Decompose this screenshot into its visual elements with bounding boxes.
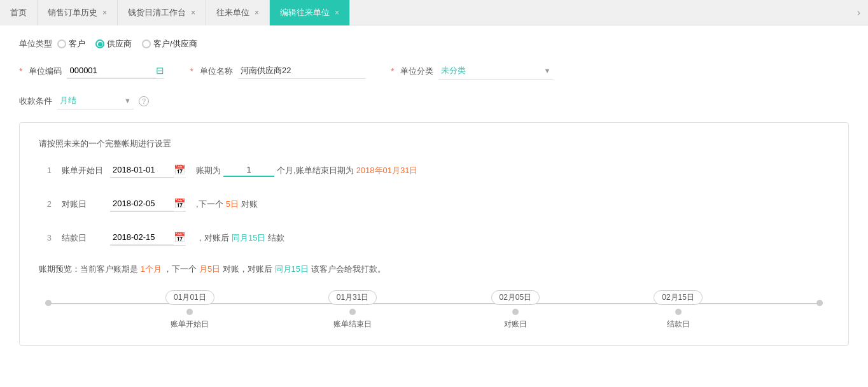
tab-home[interactable]: 首页 [0,0,38,25]
radio-customer[interactable]: 客户 [57,38,85,50]
unit-code-label: 单位编码 [29,66,62,77]
timeline-label-4: 02月15日 [654,290,703,305]
row-num-1: 1 [39,165,52,175]
main-content: 单位类型 客户 供应商 客户/供应商 * 单位编码 [0,25,868,387]
unit-class-value: 未分类 [441,65,466,76]
tab-expand-button[interactable]: › [850,7,868,18]
timeline-label-2: 01月31日 [328,290,377,305]
unit-name-label: 单位名称 [200,66,233,77]
preview-months-highlight: 1个月 [141,264,162,274]
unit-type-radio-group: 客户 供应商 客户/供应商 [57,38,197,50]
reconcile-day-highlight: 5日 [226,199,239,210]
timeline-point-1: 01月01日 账单开始日 [165,290,214,330]
unit-code-group: * 单位编码 ⊟ [19,63,164,79]
card-title: 请按照未来的一个完整帐期进行设置 [39,138,829,150]
config-row-1: 1 账单开始日 📅 账期为 个月,账单结束日期为 2018年01月31日 [39,162,829,178]
unit-class-group: * 单位分类 未分类 ▼ [391,62,553,80]
unit-code-input-wrapper: ⊟ [67,63,164,79]
timeline-point-3: 02月05日 对账日 [491,290,540,330]
row-1-desc: 账期为 个月,账单结束日期为 2018年01月31日 [196,164,417,177]
start-date-input-wrapper: 📅 [110,162,186,178]
timeline-dot-right-edge [816,300,823,306]
preview-text: 账期预览：当前客户账期是 1个月 ，下一个 月5日 对账，对账后 同月15日 该… [39,264,829,275]
close-tab-partner-unit[interactable]: × [255,8,259,17]
unit-name-group: * 单位名称 [190,64,365,79]
unit-class-chevron-icon: ▼ [543,67,550,74]
tab-cash-clearance[interactable]: 钱货日清工作台 × [118,0,206,25]
payment-chevron-icon: ▼ [124,97,131,104]
config-row-3: 3 结款日 📅 ，对账后 同月15日 结款 [39,230,829,246]
unit-type-group: 单位类型 客户 供应商 客户/供应商 [19,38,197,50]
payment-value: 月结 [60,95,76,106]
timeline-dot-left-edge [45,300,52,306]
radio-both[interactable]: 客户/供应商 [142,38,197,50]
payment-group: 收款条件 月结 ▼ ? [19,92,149,109]
tab-sales-order-history[interactable]: 销售订单历史 × [38,0,118,25]
close-tab-edit-partner-unit[interactable]: × [335,8,339,17]
radio-circle-customer [57,39,66,48]
unit-type-row: 单位类型 客户 供应商 客户/供应商 [19,38,849,50]
unit-type-label: 单位类型 [19,38,52,50]
preview-payment-highlight: 同月15日 [275,264,309,274]
preview-reconcile-highlight: 月5日 [199,264,220,274]
unit-code-copy-icon[interactable]: ⊟ [156,65,164,76]
config-row-2: 2 对账日 📅 ,下一个 5日 对账 [39,196,829,212]
row-num-2: 2 [39,199,52,209]
timeline-container: 01月01日 账单开始日 01月31日 账单结束日 02月05日 对账日 02月… [39,290,829,330]
payment-select[interactable]: 月结 ▼ [57,92,134,109]
period-config-card: 请按照未来的一个完整帐期进行设置 1 账单开始日 📅 账期为 个月,账单结束日期… [19,122,849,346]
timeline-label-3: 02月05日 [491,290,540,305]
timeline-end-dot [816,290,823,306]
unit-name-input[interactable] [238,64,365,79]
timeline-point-4: 02月15日 结款日 [654,290,703,330]
timeline-point-2: 01月31日 账单结束日 [328,290,377,330]
start-date-input[interactable] [110,162,174,178]
close-tab-sales-order-history[interactable]: × [102,8,107,17]
unit-class-select[interactable]: 未分类 ▼ [438,62,553,80]
timeline-sublabel-2: 账单结束日 [333,319,372,330]
payment-help-icon[interactable]: ? [139,96,149,106]
timeline-sublabel-1: 账单开始日 [171,319,209,330]
reconcile-date-input[interactable] [110,196,174,211]
timeline-sublabel-3: 对账日 [504,319,527,330]
timeline-label-1: 01月01日 [165,290,214,305]
period-months-input[interactable] [223,164,274,177]
close-tab-cash-clearance[interactable]: × [191,8,195,17]
payment-date-calendar-icon[interactable]: 📅 [174,232,186,243]
radio-circle-both [142,39,151,48]
row-label-3: 结款日 [62,232,100,244]
row-label-1: 账单开始日 [62,165,100,176]
payment-label: 收款条件 [19,95,52,107]
row-label-2: 对账日 [62,199,100,210]
start-date-calendar-icon[interactable]: 📅 [174,164,186,176]
timeline-dot-1 [186,309,193,315]
timeline-dot-2 [349,309,356,315]
radio-circle-supplier [95,39,104,48]
tab-partner-unit[interactable]: 往来单位 × [206,0,270,25]
payment-date-input[interactable] [110,230,174,245]
row-3-desc: ，对账后 同月15日 结款 [196,232,284,244]
timeline-dot-3 [512,309,519,315]
unit-class-label: 单位分类 [400,66,433,77]
tab-edit-partner-unit[interactable]: 编辑往来单位 × [270,0,350,25]
period-end-date-highlight: 2018年01月31日 [356,165,418,176]
payment-day-highlight: 同月15日 [232,232,265,244]
reconcile-date-calendar-icon[interactable]: 📅 [174,198,186,209]
payment-row: 收款条件 月结 ▼ ? [19,92,849,109]
row-num-3: 3 [39,233,52,243]
timeline-sublabel-4: 结款日 [667,319,690,330]
tab-bar: 首页 销售订单历史 × 钱货日清工作台 × 往来单位 × 编辑往来单位 × › [0,0,868,25]
payment-date-input-wrapper: 📅 [110,230,186,246]
row-2-desc: ,下一个 5日 对账 [196,199,258,210]
unit-info-row: * 单位编码 ⊟ * 单位名称 * 单位分类 未分类 ▼ [19,62,849,80]
reconcile-date-input-wrapper: 📅 [110,196,186,212]
timeline-dot-4 [675,309,682,315]
timeline-points: 01月01日 账单开始日 01月31日 账单结束日 02月05日 对账日 02月… [45,290,823,330]
unit-code-input[interactable] [67,63,156,78]
radio-supplier[interactable]: 供应商 [95,38,132,50]
timeline-start-dot [45,290,52,306]
